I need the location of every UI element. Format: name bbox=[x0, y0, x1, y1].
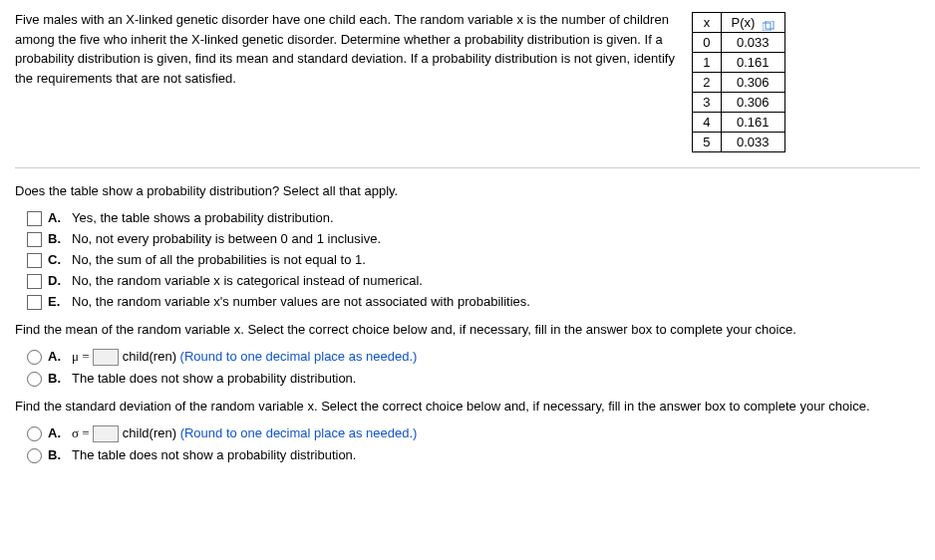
opt-letter: E. bbox=[48, 294, 66, 309]
opt-text: No, the sum of all the probabilities is … bbox=[72, 252, 366, 267]
checkbox-b[interactable] bbox=[27, 232, 42, 247]
checkbox-a[interactable] bbox=[27, 211, 42, 226]
question-text: Five males with an X-linked genetic diso… bbox=[15, 10, 677, 88]
q3-prompt: Find the standard deviation of the rando… bbox=[15, 399, 920, 414]
copy-icon[interactable] bbox=[763, 19, 775, 29]
opt-text: The table does not show a probability di… bbox=[72, 447, 356, 462]
opt-text: The table does not show a probability di… bbox=[72, 371, 356, 386]
svg-rect-1 bbox=[766, 21, 774, 29]
cell: 0.033 bbox=[721, 133, 784, 152]
opt-letter: A. bbox=[48, 210, 66, 225]
opt-text: No, not every probability is between 0 a… bbox=[72, 231, 381, 246]
opt-letter: B. bbox=[48, 371, 66, 386]
svg-rect-0 bbox=[763, 23, 771, 31]
opt-letter: A. bbox=[48, 349, 66, 364]
divider bbox=[15, 167, 920, 168]
opt-text: No, the random variable x is categorical… bbox=[72, 273, 423, 288]
radio-q3-b[interactable] bbox=[27, 448, 42, 463]
cell: 0.161 bbox=[721, 113, 784, 133]
opt-letter: C. bbox=[48, 252, 66, 267]
cell: 4 bbox=[693, 113, 721, 133]
th-px: P(x) bbox=[721, 13, 784, 33]
checkbox-e[interactable] bbox=[27, 295, 42, 310]
cell: 0.033 bbox=[721, 33, 784, 53]
opt-letter: B. bbox=[48, 231, 66, 246]
opt-content: σ = child(ren) (Round to one decimal pla… bbox=[72, 425, 417, 442]
checkbox-c[interactable] bbox=[27, 253, 42, 268]
radio-q2-a[interactable] bbox=[27, 350, 42, 365]
radio-q3-a[interactable] bbox=[27, 426, 42, 441]
mean-input[interactable] bbox=[93, 349, 119, 366]
q2-prompt: Find the mean of the random variable x. … bbox=[15, 322, 920, 337]
cell: 2 bbox=[693, 73, 721, 93]
cell: 0.306 bbox=[721, 73, 784, 93]
opt-letter: D. bbox=[48, 273, 66, 288]
opt-text: Yes, the table shows a probability distr… bbox=[72, 210, 334, 225]
opt-content: μ = child(ren) (Round to one decimal pla… bbox=[72, 349, 417, 366]
radio-q2-b[interactable] bbox=[27, 372, 42, 387]
stddev-input[interactable] bbox=[93, 425, 119, 442]
cell: 0.161 bbox=[721, 53, 784, 73]
q1-prompt: Does the table show a probability distri… bbox=[15, 183, 920, 198]
cell: 1 bbox=[693, 53, 721, 73]
probability-table: x P(x) 00.033 10.161 20.306 30.306 40.16… bbox=[692, 12, 785, 152]
cell: 3 bbox=[693, 93, 721, 113]
cell: 5 bbox=[693, 133, 721, 152]
th-x: x bbox=[693, 13, 721, 33]
opt-letter: B. bbox=[48, 447, 66, 462]
opt-text: No, the random variable x's number value… bbox=[72, 294, 530, 309]
checkbox-d[interactable] bbox=[27, 274, 42, 289]
opt-letter: A. bbox=[48, 425, 66, 440]
cell: 0 bbox=[693, 33, 721, 53]
cell: 0.306 bbox=[721, 93, 784, 113]
